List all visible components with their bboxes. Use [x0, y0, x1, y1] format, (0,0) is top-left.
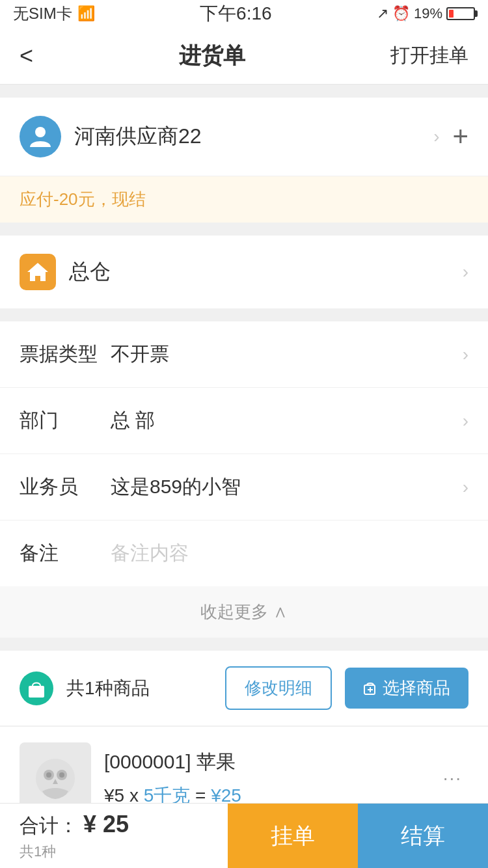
products-header: 共1种商品 修改明细 选择商品: [0, 651, 488, 726]
hold-button[interactable]: 挂单: [228, 804, 358, 868]
carrier-text: 无SIM卡: [13, 3, 72, 24]
open-hold-button[interactable]: 打开挂单: [390, 42, 468, 69]
salesman-label: 业务员: [20, 474, 111, 500]
subtotal: ¥25: [211, 785, 241, 806]
section-gap-4: [0, 638, 488, 651]
remarks-label: 备注: [20, 540, 111, 567]
invoice-label: 票据类型: [20, 341, 111, 368]
nav-bar: < 进货单 打开挂单: [0, 27, 488, 85]
remarks-row[interactable]: 备注 备注内容: [0, 521, 488, 586]
total-label: 合计：: [20, 813, 78, 839]
person-icon: [27, 124, 53, 150]
product-name: [0000001] 苹果: [104, 749, 424, 776]
bag-icon: [26, 678, 47, 699]
status-time: 下午6:16: [200, 1, 272, 26]
department-label: 部门: [20, 407, 111, 434]
department-row[interactable]: 部门 总 部 ›: [0, 388, 488, 454]
total-section: 合计： ¥ 25 共1种: [0, 811, 228, 861]
supplier-avatar: [20, 116, 61, 157]
battery-percent: 19%: [414, 5, 442, 22]
back-button[interactable]: <: [20, 42, 33, 70]
add-supplier-button[interactable]: +: [452, 123, 468, 150]
collapse-button[interactable]: 收起更多 ∧: [0, 586, 488, 638]
wifi-icon: 📶: [77, 5, 95, 22]
supplier-arrow-icon: ›: [433, 126, 439, 147]
select-product-button[interactable]: 选择商品: [345, 668, 468, 709]
status-right: ↗ ⏰ 19%: [377, 5, 475, 22]
invoice-row[interactable]: 票据类型 不开票 ›: [0, 321, 488, 388]
page-title: 进货单: [179, 41, 245, 71]
warehouse-icon: [20, 254, 56, 290]
battery-icon: [446, 7, 475, 20]
form-section: 票据类型 不开票 › 部门 总 部 › 业务员 这是859的小智 › 备注 备注…: [0, 321, 488, 586]
supplier-alert: 应付-20元，现结: [0, 176, 488, 223]
salesman-arrow-icon: ›: [463, 477, 468, 498]
supplier-section: 河南供应商22 › + 应付-20元，现结: [0, 98, 488, 223]
warehouse-arrow-icon: ›: [463, 262, 468, 282]
supplier-row[interactable]: 河南供应商22 › +: [0, 98, 488, 176]
house-icon: [26, 260, 49, 284]
alarm-icon: ⏰: [392, 5, 410, 22]
invoice-value: 不开票: [111, 341, 463, 368]
salesman-value: 这是859的小智: [111, 474, 463, 500]
multiply-sign: x: [129, 785, 144, 806]
total-sub: 共1种: [20, 842, 208, 861]
department-value: 总 部: [111, 407, 463, 434]
svg-point-0: [35, 127, 46, 137]
product-info: [0000001] 苹果 ¥5 x 5千克 = ¥25: [104, 749, 424, 808]
equals-sign: =: [195, 785, 211, 806]
section-gap-1: [0, 85, 488, 98]
remarks-placeholder: 备注内容: [111, 540, 468, 567]
bottom-bar: 合计： ¥ 25 共1种 挂单 结算: [0, 803, 488, 868]
product-more-button[interactable]: ···: [437, 761, 468, 795]
invoice-arrow-icon: ›: [463, 344, 468, 365]
svg-point-8: [46, 772, 51, 778]
svg-point-9: [59, 772, 64, 778]
warehouse-section: 总仓 ›: [0, 236, 488, 308]
unit-price: ¥5: [104, 785, 124, 806]
select-product-label: 选择商品: [383, 677, 450, 699]
warehouse-name: 总仓: [69, 258, 463, 286]
products-icon: [20, 671, 53, 705]
cart-icon: [363, 681, 377, 696]
edit-detail-button[interactable]: 修改明细: [225, 666, 332, 710]
products-count: 共1种商品: [66, 676, 212, 701]
section-gap-2: [0, 223, 488, 236]
salesman-row[interactable]: 业务员 这是859的小智 ›: [0, 454, 488, 521]
total-amount: ¥ 25: [83, 811, 129, 838]
product-id: [0000001]: [104, 751, 191, 772]
product-logo-icon: [33, 755, 78, 801]
supplier-name: 河南供应商22: [74, 122, 433, 151]
total-line: 合计： ¥ 25: [20, 811, 208, 839]
section-gap-3: [0, 308, 488, 321]
status-left: 无SIM卡 📶: [13, 3, 95, 24]
location-icon: ↗: [377, 5, 388, 22]
quantity: 5千克: [144, 785, 191, 806]
department-arrow-icon: ›: [463, 411, 468, 431]
svg-rect-1: [29, 686, 44, 698]
status-bar: 无SIM卡 📶 下午6:16 ↗ ⏰ 19%: [0, 0, 488, 27]
warehouse-row[interactable]: 总仓 ›: [0, 236, 488, 308]
settle-button[interactable]: 结算: [358, 804, 488, 868]
page-content: 河南供应商22 › + 应付-20元，现结 总仓 › 票据类型 不开票 ›: [0, 85, 488, 868]
product-title: 苹果: [197, 751, 236, 772]
